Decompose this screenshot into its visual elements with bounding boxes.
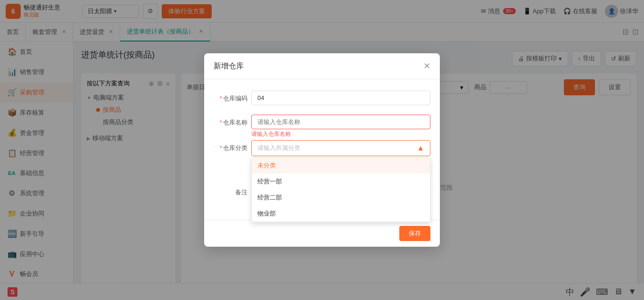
save-button[interactable]: 保存 [399, 226, 430, 241]
warehouse-name-label: 仓库名称 [214, 115, 251, 127]
warehouse-category-label: 仓库分类 [214, 140, 251, 152]
warehouse-category-input-wrap: 请输入所属分类 ▲ 未分类 经营一部 经营二部 物业部 [251, 140, 430, 156]
warehouse-name-row: 仓库名称 请输入仓库名称 [214, 115, 430, 138]
add-warehouse-dialog: 新增仓库 ✕ 仓库编码 仓库名称 请输入仓库名称 仓库分类 [204, 53, 440, 247]
dialog-header: 新增仓库 ✕ [204, 53, 440, 79]
dialog-body: 仓库编码 仓库名称 请输入仓库名称 仓库分类 请输入所属分类 [204, 79, 440, 220]
close-icon[interactable]: ✕ [423, 61, 430, 71]
warehouse-category-dropdown[interactable]: 请输入所属分类 ▲ [251, 140, 430, 156]
name-error-message: 请输入仓库名称 [251, 130, 430, 138]
dialog-title: 新增仓库 [214, 61, 244, 71]
modal-overlay: 新增仓库 ✕ 仓库编码 仓库名称 请输入仓库名称 仓库分类 [0, 0, 644, 300]
warehouse-code-label: 仓库编码 [214, 91, 251, 103]
warehouse-code-input-wrap [251, 91, 430, 105]
dropdown-item-dept2[interactable]: 经营二部 [252, 190, 430, 206]
warehouse-code-input[interactable] [251, 91, 430, 105]
warehouse-name-input-wrap: 请输入仓库名称 [251, 115, 430, 138]
warehouse-notes-label: 备注 [214, 184, 251, 197]
dropdown-toggle-icon: ▲ [417, 144, 424, 152]
category-dropdown-list: 未分类 经营一部 经营二部 物业部 [251, 157, 430, 222]
dropdown-item-dept1[interactable]: 经营一部 [252, 174, 430, 190]
dropdown-item-uncategorized[interactable]: 未分类 [252, 158, 430, 174]
dropdown-item-dept3[interactable]: 物业部 [252, 206, 430, 222]
warehouse-code-row: 仓库编码 [214, 91, 430, 105]
dialog-footer: 保存 [204, 220, 440, 247]
warehouse-name-input[interactable] [251, 115, 430, 129]
warehouse-category-row: 仓库分类 请输入所属分类 ▲ 未分类 经营一部 经营二部 物业部 [214, 140, 430, 156]
